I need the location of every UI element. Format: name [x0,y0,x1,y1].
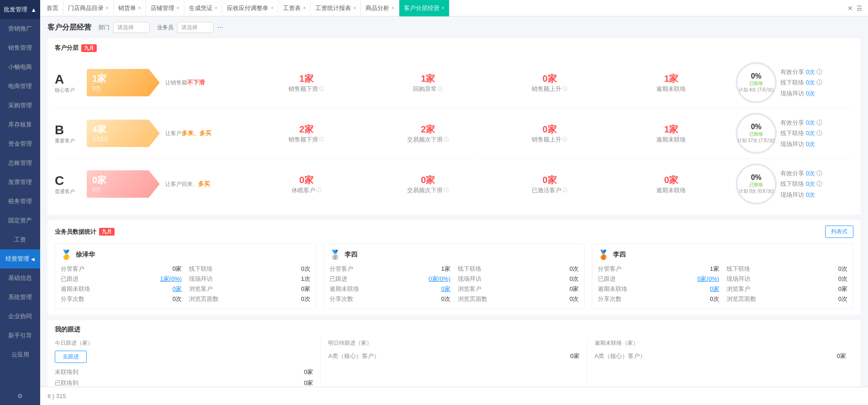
sidebar-item-固定资产[interactable]: 固定资产 [0,211,40,230]
dept-filter: 部门 请选择 [99,22,150,33]
close-icon[interactable]: × [177,5,179,11]
tab-product-analysis[interactable]: 商品分析 × [361,0,399,16]
stat-row: 现场拜访 0次 [458,275,579,283]
settings-btn[interactable]: ⚙ [0,387,40,405]
tab-payroll[interactable]: 工资表 × [278,0,311,16]
stat-key: 已跟进 [61,275,78,283]
stat-val-link[interactable]: 0家 [173,285,182,293]
tab-customer-tier[interactable]: 客户分层经营 × [399,0,450,16]
sidebar-item-采购管理[interactable]: 采购管理 [0,96,40,115]
sidebar-toggle-icon: ▲ [31,6,37,13]
stat-val: 0次 [570,275,579,283]
sidebar-item-工资[interactable]: 工资 [0,230,40,249]
tab-store-mgmt[interactable]: 店铺管理 × [146,0,184,16]
stat-val: 0次 [301,265,310,273]
close-icon[interactable]: × [353,5,356,11]
info-icon[interactable]: ⓘ [319,85,324,92]
stat-row: 线下联络 0次 [727,265,847,273]
stat-key: 线下联络 [458,265,481,273]
info-icon[interactable]: ⓘ [562,187,567,194]
stat-val-link[interactable]: 0家(0%) [697,275,719,283]
close-icon[interactable]: × [392,5,394,11]
close-icon[interactable]: × [138,5,141,11]
info-icon[interactable]: ⓘ [444,136,449,143]
sidebar-item-企业协同[interactable]: 企业协同 [0,307,40,326]
sidebar-item-销售管理[interactable]: 销售管理 [0,38,40,58]
stat-val-link[interactable]: 0家 [441,285,450,293]
info-icon[interactable]: ⓘ [562,85,567,92]
follow-key: A类（核心）客户） [595,352,646,360]
metric-label: 交易频次下滑 ⓘ [367,186,489,195]
tier-suggestion-highlight-b: 多来、多买 [182,130,211,137]
stat-key: 分享次数 [61,295,84,303]
sidebar-item-基础信息[interactable]: 基础信息 [0,268,40,288]
stat-row: 浏览页面数 0次 [727,295,847,303]
sidebar-item-库存核算[interactable]: 库存核算 [0,115,40,134]
stat-val-link[interactable]: 0家 [710,285,719,293]
stat-row: 浏览页面数 0次 [189,295,310,303]
stat-val: 0次 [301,295,310,303]
sidebar-item-总账管理[interactable]: 总账管理 [0,153,40,173]
tab-voucher[interactable]: 生成凭证 × [184,0,223,16]
circle-plan-a: 计划 4次 (7天/次) [739,87,774,93]
follow-tomorrow-label: 明日待跟进（家） [328,339,579,347]
info-icon[interactable]: ⓘ [438,85,443,92]
sidebar-item-税务管理[interactable]: 税务管理 [0,192,40,211]
stat-row: 线下联络 0次 [189,265,310,273]
tier-stat-box-c[interactable]: 0家 0万 [87,170,160,198]
tier-stat-box-b[interactable]: 4家 0.53万 [87,120,160,147]
stat-key: 已跟进 [598,275,616,283]
stat-row: 分管客户 0家 [61,265,182,273]
sidebar-item-经营管理[interactable]: 经营管理 ◀ [0,249,40,268]
sidebar-item-电商管理[interactable]: 电商管理 [0,77,40,96]
tab-close-all-icon[interactable]: ✕ [847,5,853,12]
stat-val-link[interactable]: 1家(0%) [160,275,182,283]
sidebar-header[interactable]: 批发管理 ▲ [0,0,40,19]
follow-val: 0家 [837,352,846,360]
close-icon[interactable]: × [303,5,306,11]
close-icon[interactable]: × [215,5,218,11]
sidebar-item-资金管理[interactable]: 资金管理 [0,134,40,153]
sidebar: 批发管理 ▲ 营销推广 销售管理 小畅电商 电商管理 采购管理 库存核算 资金管… [0,0,40,405]
tab-menu-icon[interactable]: ☰ [857,5,863,12]
right-stat: 线下联络 0次 ⓘ [780,179,853,189]
tab-sales-order[interactable]: 销货单 × [114,0,146,16]
sidebar-item-新手引导[interactable]: 新手引导 [0,326,40,345]
list-view-btn[interactable]: 列表式 [825,226,853,238]
bottom-bar: It } 315 [40,387,868,405]
close-icon[interactable]: × [271,5,273,11]
tier-count-a: 1家 [92,73,154,85]
stat-row: 分享次数 0次 [61,295,182,303]
tab-store-products[interactable]: 门店商品目录 × [63,0,114,16]
info-icon[interactable]: ⓘ [444,187,449,194]
follow-row: 已联络到 0家 [55,378,313,387]
stat-val-link[interactable]: 0家(0%) [429,275,450,283]
sidebar-item-云应用[interactable]: 云应用 [0,345,40,364]
more-filters-btn[interactable]: ··· [217,23,223,32]
info-icon[interactable]: ⓘ [319,136,324,143]
staff-title: 业务员数据统计 九月 [55,228,115,236]
tab-label: 工资统计报表 [315,4,351,12]
sidebar-item-发票管理[interactable]: 发票管理 [0,173,40,192]
close-icon[interactable]: × [442,5,444,11]
tab-payroll-report[interactable]: 工资统计报表 × [311,0,361,16]
tier-stat-box-a[interactable]: 1家 0万 [87,69,160,96]
stat-key: 分管客户 [598,265,622,273]
sidebar-item-营销推广[interactable]: 营销推广 [0,19,40,38]
metric-count: 0家 [246,174,367,186]
staff-select[interactable]: 请选择 [177,22,214,33]
dept-select[interactable]: 请选择 [113,22,150,33]
stat-val: 1次 [301,275,310,283]
close-icon[interactable]: × [106,5,109,11]
info-icon[interactable]: ⓘ [562,136,567,143]
month-badge: 九月 [81,44,97,52]
info-icon[interactable]: ⓘ [316,187,321,194]
sidebar-item-小畅电商[interactable]: 小畅电商 [0,58,40,77]
go-follow-btn[interactable]: 去跟进 [55,351,87,363]
metric-count: 1家 [367,73,489,85]
tab-receivable[interactable]: 应收应付调整单 × [222,0,278,16]
page-title: 客户分层经营 [47,23,91,32]
tab-home[interactable]: 首页 [42,0,63,16]
sidebar-item-系统管理[interactable]: 系统管理 [0,288,40,307]
follow-val: 0家 [304,368,313,376]
